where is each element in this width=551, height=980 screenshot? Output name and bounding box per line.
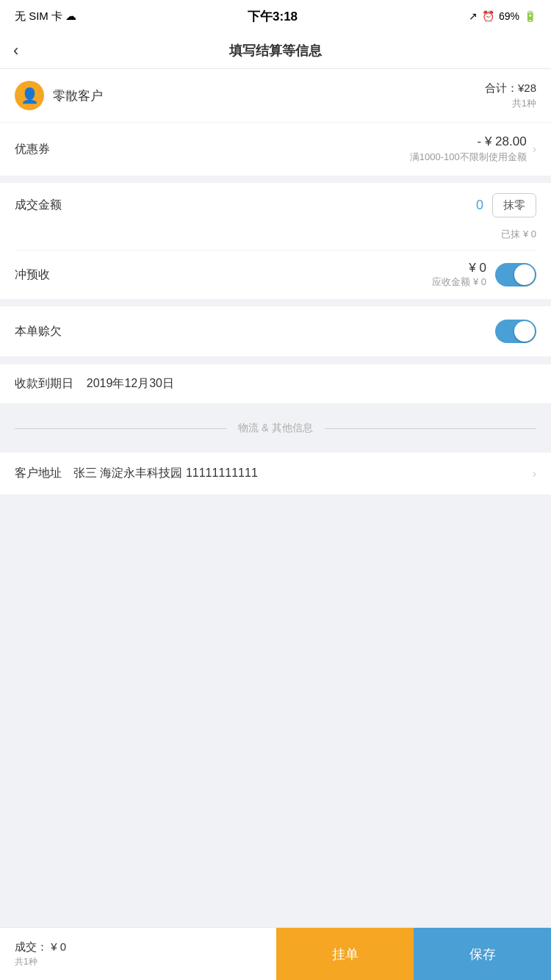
transaction-amount[interactable]: 0 [461, 198, 483, 213]
address-row[interactable]: 客户地址 张三 海淀永丰科技园 11111111111 › [0, 453, 551, 494]
customer-coupon-section: 👤 零散客户 合计：¥28 共1种 优惠券 - ¥ 28.00 满1000-10… [0, 69, 551, 176]
due-date-label: 收款到期日 [15, 377, 73, 389]
status-time: 下午3:18 [248, 8, 298, 25]
customer-row: 👤 零散客户 合计：¥28 共1种 [0, 69, 551, 122]
credit-label: 本单赊欠 [15, 324, 62, 339]
transaction-section: 成交金额 0 抹零 已抹 ¥ 0 冲预收 ¥ 0 应收金额 ¥ 0 [0, 183, 551, 299]
avatar-icon: 👤 [21, 87, 39, 104]
prepaid-toggle[interactable] [495, 263, 536, 287]
credit-section: 本单赊欠 [0, 306, 551, 356]
status-left: 无 SIM 卡 ☁ [15, 10, 76, 24]
location-icon: ↗ [469, 10, 478, 22]
transaction-row: 成交金额 0 抹零 [0, 183, 551, 228]
nav-bar: ‹ 填写结算等信息 [0, 32, 551, 69]
credit-toggle-knob [514, 321, 535, 342]
bottom-summary: 成交： ¥ 0 共1种 [0, 940, 276, 968]
prepaid-right: ¥ 0 应收金额 ¥ 0 [432, 261, 536, 289]
coupon-row[interactable]: 优惠券 - ¥ 28.00 满1000-100不限制使用金额 › [0, 122, 551, 176]
total-count: 共1种 [485, 97, 536, 110]
content: 👤 零散客户 合计：¥28 共1种 优惠券 - ¥ 28.00 满1000-10… [0, 69, 551, 553]
prepaid-label: 冲预收 [15, 267, 50, 283]
transaction-sub: 已抹 ¥ 0 [0, 228, 551, 250]
customer-name: 零散客户 [53, 87, 103, 104]
prepaid-sub: 应收金额 ¥ 0 [432, 275, 486, 289]
prepaid-amount: ¥ 0 [432, 261, 486, 275]
transaction-label: 成交金额 [15, 198, 62, 213]
address-chevron-icon: › [533, 467, 536, 480]
alarm-icon: ⏰ [482, 10, 494, 22]
customer-left: 👤 零散客户 [15, 81, 103, 110]
due-date-row[interactable]: 收款到期日 2019年12月30日 [0, 364, 551, 403]
battery-label: 69% [499, 10, 519, 22]
coupon-chevron-icon: › [533, 143, 536, 156]
coupon-desc: 满1000-100不限制使用金额 [410, 151, 527, 164]
customer-right: 合计：¥28 共1种 [485, 82, 536, 110]
page-title: 填写结算等信息 [229, 42, 322, 60]
due-date-section: 收款到期日 2019年12月30日 [0, 364, 551, 403]
logistics-label: 物流 & 其他信息 [226, 422, 324, 433]
bottom-deal-count: 共1种 [15, 956, 262, 968]
address-label: 客户地址 [15, 466, 62, 481]
logistics-section: 物流 & 其他信息 [0, 411, 551, 445]
bottom-bar: 成交： ¥ 0 共1种 挂单 保存 [0, 927, 551, 980]
prepaid-amount-block: ¥ 0 应收金额 ¥ 0 [432, 261, 486, 289]
hang-button[interactable]: 挂单 [276, 928, 414, 981]
due-date-text: 收款到期日 2019年12月30日 [15, 377, 174, 389]
prepaid-row: 冲预收 ¥ 0 应收金额 ¥ 0 [0, 251, 551, 299]
address-value: 张三 海淀永丰科技园 11111111111 [73, 466, 530, 481]
status-right: ↗ ⏰ 69% 🔋 [469, 10, 536, 22]
credit-toggle[interactable] [495, 320, 536, 343]
round-button[interactable]: 抹零 [492, 193, 536, 217]
battery-icon: 🔋 [524, 10, 536, 22]
coupon-label: 优惠券 [15, 142, 50, 157]
save-button[interactable]: 保存 [414, 928, 551, 981]
total-amount: 合计：¥28 [485, 82, 536, 96]
avatar: 👤 [15, 81, 44, 110]
status-bar: 无 SIM 卡 ☁ 下午3:18 ↗ ⏰ 69% 🔋 [0, 0, 551, 32]
bottom-deal-label: 成交： ¥ 0 [15, 940, 262, 954]
due-date-value: 2019年12月30日 [87, 377, 174, 389]
transaction-right: 0 抹零 [461, 193, 536, 217]
coupon-amount: - ¥ 28.00 [410, 134, 527, 149]
toggle-knob [514, 264, 535, 285]
sim-label: 无 SIM 卡 ☁ [15, 10, 76, 24]
back-button[interactable]: ‹ [13, 41, 18, 60]
